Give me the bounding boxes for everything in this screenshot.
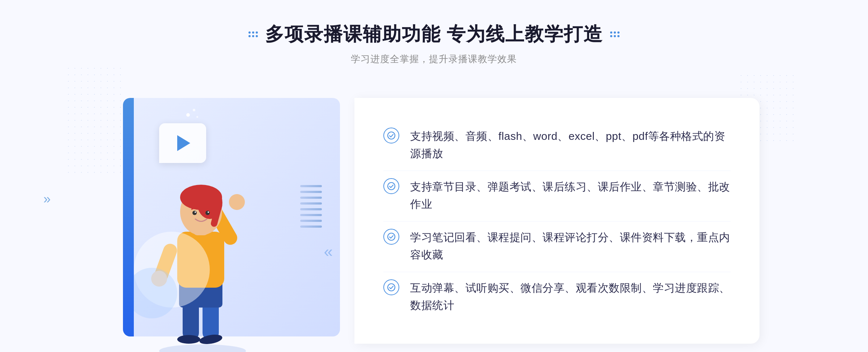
- svg-point-17: [195, 211, 196, 213]
- dot: [617, 31, 620, 34]
- svg-point-16: [192, 211, 197, 215]
- dot: [610, 35, 612, 37]
- check-icon-1: [383, 128, 399, 143]
- dot: [617, 35, 620, 37]
- check-icon-2: [383, 178, 399, 194]
- stripe-line: [300, 185, 322, 187]
- feature-text-3: 学习笔记回看、课程提问、课程评论打分、课件资料下载，重点内容收藏: [410, 229, 731, 263]
- svg-point-9: [229, 194, 245, 210]
- dot: [252, 35, 254, 37]
- check-icon-3: [383, 229, 399, 245]
- feature-item-4: 互动弹幕、试听购买、微信分享、观看次数限制、学习进度跟踪、数据统计: [383, 272, 731, 321]
- stripe-line: [300, 191, 322, 193]
- stripe-line: [300, 197, 322, 199]
- chevron-left-decoration: »: [43, 192, 51, 207]
- feature-text-2: 支持章节目录、弹题考试、课后练习、课后作业、章节测验、批改作业: [410, 178, 731, 213]
- dot: [610, 31, 612, 34]
- feature-text-1: 支持视频、音频、flash、word、excel、ppt、pdf等各种格式的资源…: [410, 128, 731, 162]
- feature-item-1: 支持视频、音频、flash、word、excel、ppt、pdf等各种格式的资源…: [383, 120, 731, 169]
- main-title: 多项录播课辅助功能 专为线上教学打造: [265, 22, 603, 47]
- title-dots-left: [248, 31, 258, 37]
- dot: [614, 35, 616, 37]
- title-row: 多项录播课辅助功能 专为线上教学打造: [248, 22, 620, 47]
- svg-point-23: [388, 284, 395, 291]
- play-triangle-icon: [177, 135, 190, 151]
- header-section: 多项录播课辅助功能 专为线上教学打造 学习进度全掌握，提升录播课教学效果: [248, 22, 620, 65]
- stripe-line: [300, 220, 322, 222]
- svg-point-20: [388, 132, 395, 139]
- svg-point-0: [159, 344, 246, 352]
- arrow-decoration: «: [324, 242, 333, 261]
- dot: [256, 35, 258, 37]
- stripe-line: [300, 208, 322, 210]
- check-icon-4: [383, 279, 399, 295]
- feature-text-4: 互动弹幕、试听购买、微信分享、观看次数限制、学习进度跟踪、数据统计: [410, 279, 731, 314]
- page-wrapper: » 多项录播课辅助功能 专为线上教学打造: [0, 0, 868, 352]
- stripes-decoration: [297, 177, 326, 235]
- svg-point-22: [388, 233, 395, 240]
- dot: [614, 31, 616, 34]
- dot: [256, 31, 258, 34]
- right-features-panel: 支持视频、音频、flash、word、excel、ppt、pdf等各种格式的资源…: [354, 98, 760, 344]
- dot: [248, 35, 251, 37]
- svg-point-3: [177, 335, 200, 344]
- stripe-line: [300, 226, 322, 228]
- stripe-line: [300, 214, 322, 216]
- title-dots-right: [610, 31, 620, 37]
- illustration-blue-bar: [123, 98, 134, 336]
- svg-point-18: [205, 211, 210, 215]
- content-area: «: [109, 87, 760, 352]
- svg-point-19: [208, 211, 209, 213]
- left-illustration: «: [109, 87, 354, 352]
- svg-point-21: [388, 183, 395, 190]
- dot: [248, 31, 251, 34]
- feature-item-2: 支持章节目录、弹题考试、课后练习、课后作业、章节测验、批改作业: [383, 171, 731, 220]
- dot: [252, 31, 254, 34]
- stripe-line: [300, 202, 322, 205]
- play-bubble: [159, 123, 206, 163]
- subtitle: 学习进度全掌握，提升录播课教学效果: [248, 53, 620, 65]
- feature-item-3: 学习笔记回看、课程提问、课程评论打分、课件资料下载，重点内容收藏: [383, 221, 731, 271]
